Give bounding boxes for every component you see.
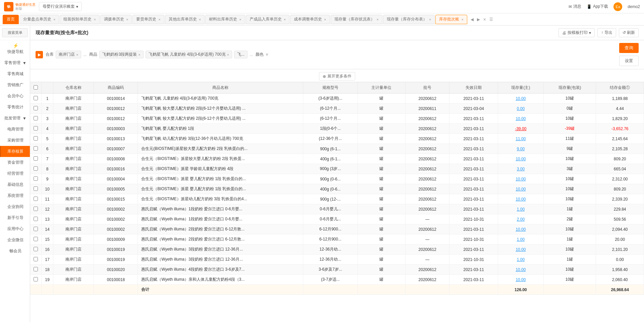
- sidebar-item-basic[interactable]: 基础信息: [0, 179, 30, 190]
- row-qty-main[interactable]: 10.00: [498, 245, 544, 255]
- row-checkbox[interactable]: [30, 174, 42, 184]
- select-all-checkbox[interactable]: [34, 85, 38, 90]
- row-qty-main[interactable]: 10.00: [498, 114, 544, 124]
- sidebar-item-batch[interactable]: 批发管理 ▼: [0, 113, 30, 124]
- sidebar-item-retail-shop[interactable]: 零售商城: [0, 68, 30, 79]
- product-tag-2[interactable]: 飞鹤星飞帆 儿童奶粉 4段(3-6岁适用) 700克 ×: [146, 51, 232, 58]
- row-qty-main[interactable]: 1.00: [498, 234, 544, 245]
- row-checkbox[interactable]: [30, 204, 42, 214]
- tab-cost-adjust[interactable]: 成本调整单历史 ×: [290, 15, 330, 24]
- row-qty-main[interactable]: 1.00: [498, 204, 544, 214]
- product-more-icon[interactable]: ...: [250, 52, 253, 57]
- sidebar-item-quick-nav[interactable]: ⚡ 快捷导航: [0, 40, 30, 57]
- color-dropdown-icon[interactable]: ▾: [266, 51, 268, 58]
- row-checkbox[interactable]: [30, 255, 42, 265]
- tab-split[interactable]: 分量盘点单历史 ×: [19, 15, 59, 24]
- row-qty-main[interactable]: 3.00: [498, 164, 544, 174]
- row-qty-main[interactable]: 2.00: [498, 214, 544, 224]
- sidebar-item-marketing[interactable]: 营销推广: [0, 79, 30, 91]
- warehouse-tag[interactable]: 南岸门店 ×: [56, 51, 81, 58]
- sidebar-item-app-center[interactable]: 应用中心: [0, 223, 30, 234]
- print-btn[interactable]: 🖨 按模板打印 ▾: [558, 28, 595, 37]
- tab-material-out[interactable]: 材料出库单历史 ×: [205, 15, 245, 24]
- tab-stock-status-close[interactable]: ×: [377, 17, 379, 21]
- sidebar-item-retail-stat[interactable]: 零售统计: [0, 102, 30, 113]
- row-qty-main[interactable]: 10.00: [498, 224, 544, 234]
- tab-home[interactable]: 首页: [3, 15, 19, 24]
- export-btn[interactable]: ↑ 导出: [597, 28, 616, 37]
- tab-split-close[interactable]: ×: [53, 17, 55, 21]
- tab-product-in[interactable]: 产成品入库单历史 ×: [246, 15, 289, 24]
- expand-more-btn[interactable]: ⊕ 展开更多条件: [319, 72, 355, 80]
- query-btn[interactable]: 查询: [619, 43, 639, 53]
- row-checkbox[interactable]: [30, 124, 42, 134]
- row-checkbox[interactable]: [30, 114, 42, 124]
- app-download-btn[interactable]: 📱 App下载: [587, 4, 608, 9]
- row-qty-main[interactable]: 11.00: [498, 134, 544, 144]
- sidebar-item-new-guide[interactable]: 新手引导: [0, 212, 30, 223]
- row-checkbox[interactable]: [30, 245, 42, 255]
- tab-stock-dist-close[interactable]: ×: [429, 17, 431, 21]
- row-checkbox[interactable]: [30, 154, 42, 164]
- refresh-btn[interactable]: ↺ 刷新: [619, 28, 639, 37]
- industry-selector[interactable]: 母婴行业演示账套 ▾: [39, 2, 82, 11]
- tab-next-arrow[interactable]: ▶: [476, 16, 481, 22]
- tab-batch-voucher-close[interactable]: ×: [461, 17, 463, 21]
- row-checkbox[interactable]: [30, 94, 42, 104]
- sidebar-item-ecommerce[interactable]: 电商管理: [0, 124, 30, 135]
- sidebar-item-system[interactable]: 系统管理: [0, 190, 30, 201]
- row-qty-main[interactable]: 10.00: [498, 184, 544, 194]
- user-avatar[interactable]: Ea: [613, 2, 622, 11]
- row-checkbox[interactable]: [30, 265, 42, 275]
- col-checkbox-header[interactable]: [30, 82, 42, 94]
- product-tag-1-close[interactable]: ×: [138, 53, 140, 57]
- warehouse-more-icon[interactable]: ...: [83, 52, 87, 57]
- sidebar-item-enterprise-wechat[interactable]: 企业微信: [0, 234, 30, 246]
- row-checkbox[interactable]: [30, 184, 42, 194]
- tab-disassemble[interactable]: 组装拆卸单历史 ×: [60, 15, 99, 24]
- product-tag-2-close[interactable]: ×: [227, 53, 229, 57]
- tab-batch-voucher[interactable]: 库存批次账 ×: [435, 15, 467, 24]
- row-qty-main[interactable]: 10.00: [498, 194, 544, 204]
- tab-other-out-close[interactable]: ×: [199, 17, 201, 21]
- sidebar-item-purchase[interactable]: 采购管理: [0, 135, 30, 146]
- sidebar-item-enterprise[interactable]: 企业协同: [0, 201, 30, 212]
- row-qty-main[interactable]: 10.00: [498, 94, 544, 104]
- row-checkbox[interactable]: [30, 214, 42, 224]
- product-tag-3[interactable]: 飞...: [234, 51, 248, 58]
- tab-prev-arrow[interactable]: ◀: [469, 16, 475, 22]
- sidebar-item-operation[interactable]: 经营管理: [0, 168, 30, 179]
- tab-stock-dist[interactable]: 现存量（库存分布表） ×: [383, 15, 435, 24]
- message-btn[interactable]: ✉ 消息: [569, 4, 581, 9]
- tab-product-in-close[interactable]: ×: [284, 17, 286, 21]
- product-tag-1[interactable]: 飞鹤奶粉3段两提装 ×: [99, 51, 143, 58]
- tab-cost-adjust-close[interactable]: ×: [324, 17, 326, 21]
- row-qty-main[interactable]: 10.00: [498, 154, 544, 164]
- row-checkbox[interactable]: [30, 104, 42, 114]
- sidebar-item-retail[interactable]: 零售管理 ▼: [0, 57, 30, 68]
- sidebar-item-member[interactable]: 会员中心: [0, 91, 30, 102]
- row-qty-main[interactable]: 0.00: [498, 104, 544, 114]
- row-qty-main[interactable]: -39.00: [498, 124, 544, 134]
- search-menu-btn[interactable]: 搜索英单: [2, 28, 28, 37]
- setting-btn[interactable]: 设置: [619, 56, 639, 66]
- row-qty-main[interactable]: 10.00: [498, 265, 544, 275]
- sidebar-item-finance[interactable]: 资金管理: [0, 157, 30, 168]
- tab-menu-icon[interactable]: ☰: [488, 16, 494, 22]
- tab-other-out[interactable]: 其他出库单历史 ×: [165, 15, 205, 24]
- row-checkbox[interactable]: [30, 224, 42, 234]
- tab-mix[interactable]: 调拨单历史 ×: [100, 15, 132, 24]
- tab-mix-close[interactable]: ×: [126, 17, 128, 21]
- row-checkbox[interactable]: [30, 164, 42, 174]
- tab-material-out-close[interactable]: ×: [239, 17, 241, 21]
- tab-close-all[interactable]: ×: [482, 16, 487, 23]
- row-qty-main[interactable]: 1.00: [498, 255, 544, 265]
- row-checkbox[interactable]: [30, 275, 42, 285]
- row-qty-main[interactable]: 10.00: [498, 275, 544, 285]
- tab-requisition-close[interactable]: ×: [158, 17, 160, 21]
- row-checkbox[interactable]: [30, 234, 42, 245]
- tab-requisition[interactable]: 要货单历史 ×: [132, 15, 164, 24]
- sidebar-item-member-card[interactable]: 畅会员: [0, 246, 30, 257]
- row-checkbox[interactable]: [30, 194, 42, 204]
- expand-arrow-btn[interactable]: ▶: [36, 51, 43, 58]
